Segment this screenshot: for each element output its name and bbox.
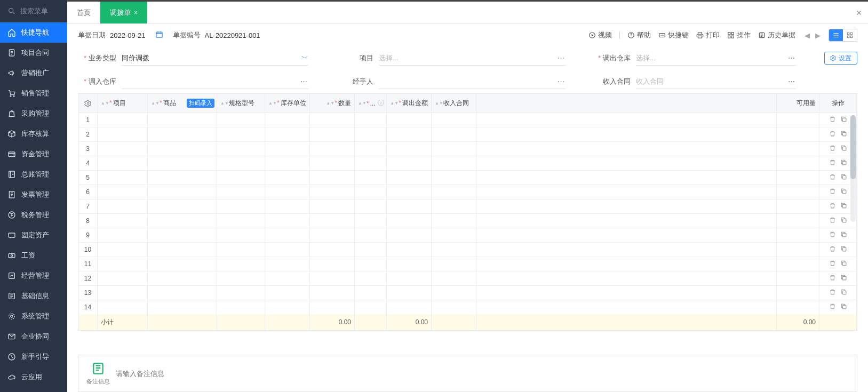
col-available[interactable]: 可用量	[777, 94, 819, 113]
more-icon[interactable]: ⋯	[788, 54, 796, 62]
col-qty[interactable]: ▲▼数量	[310, 94, 355, 113]
sidebar-item-1[interactable]: 项目合同	[0, 43, 67, 63]
biztype-select[interactable]: 同价调拨 ﹀	[122, 51, 308, 66]
table-row[interactable]: 11	[78, 257, 857, 271]
table-row[interactable]: 14	[78, 300, 857, 315]
copy-row-button[interactable]	[840, 173, 847, 182]
copy-row-button[interactable]	[840, 303, 847, 311]
table-row[interactable]: 5	[78, 171, 857, 185]
col-more[interactable]: ▲▼...ⓘ	[355, 94, 387, 113]
sidebar-item-15[interactable]: 企业协同	[0, 326, 67, 347]
table-row[interactable]: 8	[78, 214, 857, 228]
help-icon[interactable]: ⓘ	[378, 99, 384, 108]
project-select[interactable]: 选择... ⋯	[379, 51, 566, 66]
card-view-button[interactable]	[843, 29, 857, 41]
col-income-contract[interactable]: ▲▼收入合同	[432, 94, 476, 113]
sidebar-item-4[interactable]: 采购管理	[0, 103, 67, 124]
delete-row-button[interactable]	[829, 159, 836, 167]
help-button[interactable]: 帮助	[619, 30, 651, 40]
table-row[interactable]: 13	[78, 286, 857, 300]
delete-row-button[interactable]	[829, 303, 836, 311]
copy-row-button[interactable]	[840, 274, 847, 283]
delete-row-button[interactable]	[829, 289, 836, 297]
copy-row-button[interactable]	[840, 116, 847, 124]
sidebar-item-14[interactable]: 系统管理	[0, 306, 67, 326]
copy-row-button[interactable]	[840, 159, 847, 167]
col-item[interactable]: ▲▼商品扫码录入	[148, 94, 217, 113]
delete-row-button[interactable]	[829, 217, 836, 225]
sidebar-item-16[interactable]: 新手引导	[0, 347, 67, 367]
actions-button[interactable]: 操作	[727, 30, 751, 40]
hotkey-button[interactable]: 快捷键	[658, 30, 689, 40]
table-row[interactable]: 10	[78, 243, 857, 257]
sidebar-item-13[interactable]: 基础信息	[0, 286, 67, 306]
copy-row-button[interactable]	[840, 260, 847, 268]
copy-row-button[interactable]	[840, 245, 847, 254]
list-view-button[interactable]	[829, 29, 843, 41]
more-icon[interactable]: ⋯	[300, 77, 308, 85]
table-row[interactable]: 4	[78, 156, 857, 171]
col-spec[interactable]: ▲▼规格型号	[217, 94, 265, 113]
more-icon[interactable]: ⋯	[558, 77, 566, 85]
settings-button[interactable]: 设置	[824, 52, 857, 65]
copy-row-button[interactable]	[840, 217, 847, 225]
out-warehouse-select[interactable]: 选择... ⋯	[636, 51, 796, 66]
tab-home[interactable]: 首页	[67, 2, 100, 23]
sidebar-item-17[interactable]: 云应用	[0, 367, 67, 387]
column-settings[interactable]	[78, 94, 98, 113]
data-grid[interactable]: ▲▼项目 ▲▼商品扫码录入 ▲▼规格型号 ▲▼库存单位 ▲▼数量 ▲▼...ⓘ …	[78, 93, 857, 331]
delete-row-button[interactable]	[829, 245, 836, 254]
delete-row-button[interactable]	[829, 130, 836, 139]
remark-input[interactable]	[110, 365, 849, 382]
history-button[interactable]: 历史单据	[758, 30, 795, 40]
copy-row-button[interactable]	[840, 231, 847, 239]
next-record-button[interactable]: ▶	[813, 29, 823, 41]
date-value[interactable]: 2022-09-21	[110, 31, 146, 39]
sidebar-item-12[interactable]: 经营管理	[0, 266, 67, 286]
delete-row-button[interactable]	[829, 231, 836, 239]
col-project[interactable]: ▲▼项目	[98, 94, 148, 113]
sidebar-item-11[interactable]: 工资	[0, 245, 67, 266]
video-button[interactable]: 视频	[588, 30, 612, 40]
delete-row-button[interactable]	[829, 173, 836, 182]
table-row[interactable]: 7	[78, 199, 857, 214]
copy-row-button[interactable]	[840, 289, 847, 297]
close-icon[interactable]: ×	[134, 9, 138, 17]
income-contract-select[interactable]: 收入合同 ⋯	[636, 74, 796, 89]
copy-row-button[interactable]	[840, 145, 847, 153]
tabs-close-all[interactable]	[855, 2, 863, 24]
delete-row-button[interactable]	[829, 260, 836, 268]
delete-row-button[interactable]	[829, 188, 836, 196]
sidebar-item-6[interactable]: 资金管理	[0, 144, 67, 164]
table-row[interactable]: 2	[78, 127, 857, 142]
delete-row-button[interactable]	[829, 274, 836, 283]
delete-row-button[interactable]	[829, 145, 836, 153]
calendar-icon[interactable]	[155, 30, 163, 40]
tab-allocation[interactable]: 调拨单×	[100, 2, 147, 23]
table-row[interactable]: 6	[78, 185, 857, 199]
delete-row-button[interactable]	[829, 116, 836, 124]
copy-row-button[interactable]	[840, 188, 847, 196]
print-button[interactable]: 打印	[696, 30, 720, 40]
sidebar-item-2[interactable]: 营销推广	[0, 63, 67, 83]
delete-row-button[interactable]	[829, 202, 836, 211]
prev-record-button[interactable]: ◀	[802, 29, 813, 41]
col-unit[interactable]: ▲▼库存单位	[265, 94, 310, 113]
sidebar-item-8[interactable]: 发票管理	[0, 185, 67, 205]
sidebar-item-7[interactable]: 总账管理	[0, 164, 67, 185]
copy-row-button[interactable]	[840, 130, 847, 139]
sidebar-item-10[interactable]: 固定资产	[0, 225, 67, 245]
copy-row-button[interactable]	[840, 202, 847, 211]
sidebar-item-3[interactable]: 销售管理	[0, 83, 67, 103]
table-row[interactable]: 9	[78, 228, 857, 243]
in-warehouse-select[interactable]: ⋯	[122, 74, 308, 89]
sidebar-search[interactable]: 搜索菜单	[0, 0, 67, 22]
chevron-down-icon[interactable]: ﹀	[301, 53, 308, 63]
sidebar-item-0[interactable]: 快捷导航	[0, 22, 67, 43]
sidebar-item-5[interactable]: 库存核算	[0, 124, 67, 144]
scan-entry-button[interactable]: 扫码录入	[187, 99, 214, 108]
col-out-amount[interactable]: ▲▼调出金额	[387, 94, 432, 113]
more-icon[interactable]: ⋯	[558, 54, 566, 62]
more-icon[interactable]: ⋯	[788, 77, 796, 85]
grid-scrollbar[interactable]	[850, 115, 856, 222]
